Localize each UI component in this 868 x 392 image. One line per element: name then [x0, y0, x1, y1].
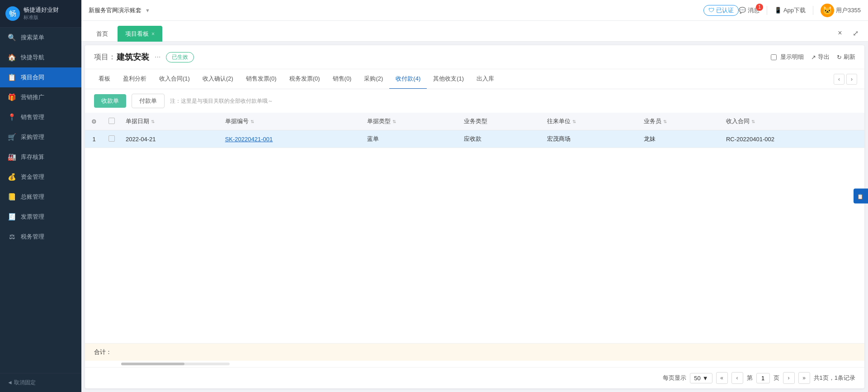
scrollbar-thumb[interactable] [121, 363, 184, 365]
horizontal-scrollbar[interactable] [121, 363, 230, 365]
purchase-icon: 🛒 [7, 133, 16, 142]
sidebar-item-label-project-contract: 项目合同 [21, 73, 44, 81]
sub-tab-other-income[interactable]: 其他收支(1) [427, 69, 470, 89]
last-page-button[interactable]: » [798, 372, 810, 384]
per-page-select[interactable]: 50 ▼ [690, 373, 712, 383]
export-button[interactable]: ↗ 导出 [811, 53, 830, 61]
page-input[interactable] [756, 373, 770, 383]
col-salesman[interactable]: 业务员⇅ [638, 113, 721, 130]
sidebar-item-tax[interactable]: ⚖ 税务管理 [0, 227, 81, 247]
cell-number[interactable]: SK-20220421-001 [220, 130, 362, 148]
account-selector[interactable]: 新服务官网演示账套 ▼ [89, 6, 703, 14]
tab-home[interactable]: 首页 [89, 26, 116, 42]
unpin-button[interactable]: ◄ 取消固定 [0, 373, 81, 392]
sub-tab-next-button[interactable]: › [846, 74, 857, 85]
divider2 [813, 6, 813, 15]
tab-close-button[interactable]: × [151, 31, 155, 37]
sort-number-icon: ⇅ [250, 119, 254, 124]
project-actions: 显示明细 ↗ 导出 ↻ 刷新 [771, 53, 855, 61]
main-content: 新服务官网演示账套 ▼ 🛡 已认证 💬 消息 1 📱 App下载 🐱 用户335… [81, 0, 868, 392]
user-menu[interactable]: 🐱 用户3355 [821, 4, 861, 17]
message-button[interactable]: 💬 消息 1 [739, 6, 760, 14]
sub-tab-kanban[interactable]: 看板 [92, 69, 117, 89]
sub-tab-collection[interactable]: 收付款(4) [389, 69, 427, 89]
user-label: 用户3355 [836, 6, 861, 14]
last-page-icon: » [802, 375, 806, 381]
maximize-window-button[interactable]: ⤢ [850, 28, 861, 38]
sidebar-item-marketing[interactable]: 🎁 营销推广 [0, 87, 81, 107]
sidebar-item-purchase[interactable]: 🛒 采购管理 [0, 127, 81, 147]
message-badge: 1 [756, 4, 763, 11]
next-page-icon: › [788, 375, 790, 381]
sub-tab-income-contract[interactable]: 收入合同(1) [153, 69, 196, 89]
col-date[interactable]: 单据日期⇅ [120, 113, 220, 130]
sub-tab-prev-button[interactable]: ‹ [834, 74, 844, 85]
sidebar-item-ledger[interactable]: 📒 总账管理 [0, 187, 81, 207]
show-detail-checkbox[interactable] [771, 54, 777, 60]
row-checkbox[interactable] [108, 135, 115, 142]
cell-checkbox[interactable] [103, 130, 120, 148]
sub-tabs: 看板 盈利分析 收入合同(1) 收入确认(2) 销售发票(0) 税务发票(0) … [85, 69, 864, 89]
sub-tab-income-confirm[interactable]: 收入确认(2) [196, 69, 240, 89]
sidebar-item-quick-nav[interactable]: 🏠 快捷导航 [0, 48, 81, 67]
refresh-label: 刷新 [844, 53, 855, 61]
message-icon: 💬 [739, 7, 746, 14]
app-edition: 标准版 [24, 14, 59, 21]
first-page-icon: « [720, 375, 723, 381]
col-income-contract[interactable]: 收入合同⇅ [721, 113, 864, 130]
sub-tab-inout[interactable]: 出入库 [470, 69, 500, 89]
app-download-button[interactable]: 📱 App下载 [774, 6, 806, 14]
project-more-button[interactable]: ··· [155, 53, 160, 61]
sub-toolbar: 收款单 付款单 注：这里是与项目关联的全部收付款单哦～ [85, 89, 864, 113]
funds-icon: 💰 [7, 172, 16, 182]
tab-home-label: 首页 [96, 30, 108, 38]
show-detail-label: 显示明细 [780, 53, 804, 61]
sidebar-item-project-contract[interactable]: 📋 项目合同 [0, 67, 81, 87]
floating-action-button[interactable]: 📋 [854, 189, 868, 204]
sidebar-item-funds[interactable]: 💰 资金管理 [0, 167, 81, 187]
sub-tab-profit[interactable]: 盈利分析 [117, 69, 153, 89]
cell-index: 1 [85, 130, 103, 148]
refresh-button[interactable]: ↻ 刷新 [837, 53, 855, 61]
refresh-icon: ↻ [837, 54, 842, 61]
column-settings-icon[interactable]: ⚙ [90, 118, 98, 125]
payment-button[interactable]: 付款单 [132, 94, 165, 108]
col-type[interactable]: 单据类型⇅ [362, 113, 458, 130]
sidebar-item-sales[interactable]: 📍 销售管理 [0, 107, 81, 127]
tab-kanban[interactable]: 项目看板 × [118, 26, 162, 42]
topbar: 新服务官网演示账套 ▼ 🛡 已认证 💬 消息 1 📱 App下载 🐱 用户335… [81, 0, 868, 21]
ledger-icon: 📒 [7, 192, 16, 201]
floating-icon: 📋 [858, 193, 864, 199]
export-icon: ↗ [811, 54, 816, 61]
sub-tab-purchase[interactable]: 采购(2) [358, 69, 389, 89]
logo-icon: 畅 [5, 6, 20, 21]
table-row[interactable]: 1 2022-04-21 SK-20220421-001 蓝单 应收款 宏茂商场… [85, 130, 864, 148]
sidebar-item-invoice[interactable]: 🧾 发票管理 [0, 207, 81, 227]
close-window-button[interactable]: × [835, 28, 845, 38]
sidebar-item-inventory[interactable]: 🏭 库存核算 [0, 147, 81, 167]
sort-type-icon: ⇅ [392, 119, 396, 124]
shield-icon: 🛡 [708, 7, 714, 14]
sub-tab-sales-invoice[interactable]: 销售发票(0) [240, 69, 283, 89]
sort-partner-icon: ⇅ [572, 119, 576, 124]
collection-button[interactable]: 收款单 [94, 94, 126, 108]
col-partner[interactable]: 往来单位⇅ [542, 113, 638, 130]
prev-page-button[interactable]: ‹ [731, 372, 743, 384]
cell-biz-type: 应收款 [458, 130, 542, 148]
sub-tab-sales[interactable]: 销售(0) [326, 69, 358, 89]
data-table: ⚙ 单据日期⇅ 单据编号⇅ 单据类型⇅ [85, 113, 864, 148]
home-icon: 🏠 [7, 53, 16, 62]
cell-number-link[interactable]: SK-20220421-001 [225, 136, 273, 143]
col-number[interactable]: 单据编号⇅ [220, 113, 362, 130]
first-page-button[interactable]: « [716, 372, 728, 384]
sidebar-item-search[interactable]: 🔍 搜索菜单 [0, 28, 81, 48]
select-all-checkbox[interactable] [108, 118, 115, 124]
sidebar-item-label-quick-nav: 快捷导航 [21, 53, 44, 62]
next-page-button[interactable]: › [783, 372, 795, 384]
sub-tab-tax-invoice[interactable]: 税务发票(0) [283, 69, 326, 89]
cell-income-contract: RC-20220401-002 [721, 130, 864, 148]
per-page-value: 50 [694, 375, 700, 382]
show-detail-toggle[interactable]: 显示明细 [771, 53, 804, 61]
sidebar-item-label-ledger: 总账管理 [21, 193, 44, 201]
total-label: 合计： [94, 349, 112, 355]
